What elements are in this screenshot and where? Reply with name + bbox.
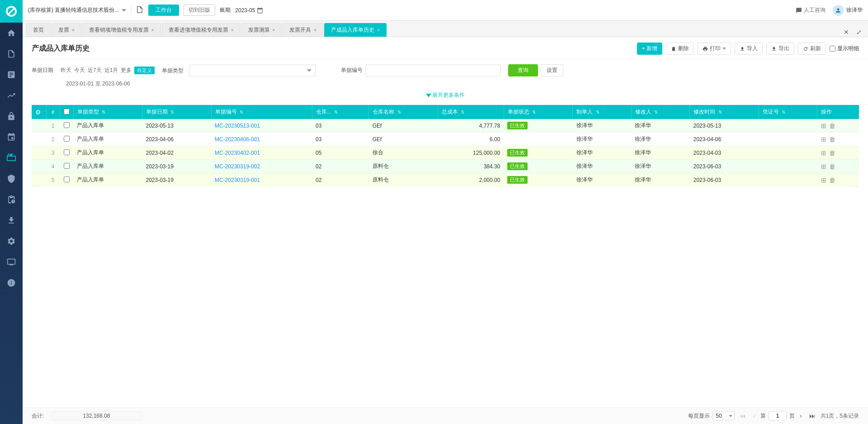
new-button[interactable]: + 新增 <box>637 43 662 55</box>
doc-no-link[interactable]: MC-20230319-002 <box>215 163 260 170</box>
row-delete-icon[interactable]: 🗑 <box>829 149 835 157</box>
row-edit-icon[interactable]: ⊞ <box>821 176 826 184</box>
row-delete-icon[interactable]: 🗑 <box>829 122 835 129</box>
sidebar-item-inventory[interactable] <box>0 148 23 168</box>
tab-close-invoice[interactable]: × <box>72 28 75 33</box>
row-doc-no[interactable]: MC-20230319-001 <box>211 173 312 187</box>
th-modifier[interactable]: 修改人 <box>631 105 689 119</box>
import-button[interactable]: 导入 <box>735 43 763 55</box>
tab-purchase-vat[interactable]: 查看进项增值税专用发票 × <box>162 23 241 37</box>
doc-no-link[interactable]: MC-20230513-001 <box>215 123 260 129</box>
row-edit-icon[interactable]: ⊞ <box>821 136 826 143</box>
row-doc-no[interactable]: MC-20230406-001 <box>211 133 312 146</box>
th-settings[interactable]: ⚙ <box>32 105 46 119</box>
row-checkbox-cell[interactable] <box>60 146 73 160</box>
tab-close-invoice-calc[interactable]: × <box>273 28 275 33</box>
user-menu[interactable]: 徐泽华 <box>833 5 863 16</box>
tab-invoice[interactable]: 发票 × <box>52 23 81 37</box>
row-delete-icon[interactable]: 🗑 <box>829 176 835 184</box>
sidebar-item-home[interactable] <box>0 23 23 43</box>
doc-no-link[interactable]: MC-20230319-001 <box>215 177 260 183</box>
date-7days[interactable]: 近7天 <box>88 67 102 74</box>
row-edit-icon[interactable]: ⊞ <box>821 122 826 129</box>
refresh-button[interactable]: 刷新 <box>798 43 826 55</box>
tab-close-sales-vat[interactable]: × <box>151 28 154 33</box>
th-doc-date[interactable]: 单据日期 <box>142 105 212 119</box>
doc-no-link[interactable]: MC-20230406-001 <box>215 136 260 143</box>
company-selector[interactable]: (库存核算) 直播轻纯通信息技术股份... <box>28 6 126 14</box>
page-input[interactable] <box>769 411 787 420</box>
sidebar-item-reports[interactable] <box>0 64 23 85</box>
th-total-cost[interactable]: 总成本 <box>438 105 504 119</box>
th-doc-status[interactable]: 单据状态 <box>504 105 573 119</box>
sidebar-item-stamp[interactable] <box>0 168 23 189</box>
tab-invoice-calc[interactable]: 发票测算 × <box>241 23 282 37</box>
prev-page-button[interactable]: ‹ <box>751 411 758 420</box>
tab-invoice-issue[interactable]: 发票开具 × <box>283 23 323 37</box>
sidebar-item-media[interactable] <box>0 252 23 272</box>
row-checkbox-cell[interactable] <box>60 160 73 173</box>
row-checkbox[interactable] <box>64 176 70 182</box>
sidebar-item-download[interactable] <box>0 210 23 231</box>
row-checkbox[interactable] <box>64 149 70 155</box>
sidebar-item-org[interactable] <box>0 127 23 148</box>
date-more[interactable]: 更多 <box>121 67 132 74</box>
row-delete-icon[interactable]: 🗑 <box>829 163 835 170</box>
show-detail-label[interactable]: 显示明细 <box>830 45 859 52</box>
calendar-icon[interactable] <box>257 7 263 14</box>
th-modify-time[interactable]: 修改时间 <box>690 105 759 119</box>
th-doc-type[interactable]: 单据类型 <box>73 105 142 119</box>
per-page-select[interactable]: 50 10 20 100 <box>712 411 735 420</box>
row-checkbox-cell[interactable] <box>60 173 73 187</box>
th-warehouse-name[interactable]: 仓库名称 <box>369 105 438 119</box>
first-page-button[interactable]: ⏮ <box>737 411 748 420</box>
expand-filter-button[interactable]: 展开更多条件 <box>426 91 465 99</box>
next-page-button[interactable]: › <box>797 411 804 420</box>
tab-close-product-stock-history[interactable]: × <box>377 28 380 33</box>
tab-close-purchase-vat[interactable]: × <box>231 28 234 33</box>
doc-template-icon[interactable] <box>136 5 144 15</box>
th-creator[interactable]: 制单人 <box>573 105 631 119</box>
date-custom[interactable]: 自定义 <box>134 67 155 74</box>
tab-home[interactable]: 首页 <box>26 23 51 37</box>
row-delete-icon[interactable]: 🗑 <box>829 136 835 143</box>
show-detail-checkbox[interactable] <box>830 46 835 52</box>
doc-no-input[interactable] <box>365 65 501 76</box>
maximize-tab-button[interactable]: ⤢ <box>854 28 863 37</box>
row-checkbox-cell[interactable] <box>60 119 73 133</box>
column-settings-icon[interactable]: ⚙ <box>35 109 41 116</box>
row-checkbox-cell[interactable] <box>60 133 73 146</box>
date-yesterday[interactable]: 昨天 <box>61 67 71 74</box>
last-page-button[interactable]: ⏭ <box>807 411 818 420</box>
row-doc-no[interactable]: MC-20230402-001 <box>211 146 312 160</box>
switch-period-button[interactable]: 切到旧版 <box>184 5 215 16</box>
row-checkbox[interactable] <box>64 136 70 142</box>
tab-product-stock-history[interactable]: 产成品入库单历史 × <box>324 23 387 37</box>
th-voucher-no[interactable]: 凭证号 <box>759 105 817 119</box>
row-doc-no[interactable]: MC-20230319-002 <box>211 160 312 173</box>
row-edit-icon[interactable]: ⊞ <box>821 149 826 157</box>
sidebar-item-analysis[interactable] <box>0 85 23 106</box>
sidebar-item-documents[interactable] <box>0 43 23 64</box>
sidebar-item-settings[interactable] <box>0 231 23 252</box>
tab-sales-vat[interactable]: 查看销项增值税专用发票 × <box>82 23 161 37</box>
export-button[interactable]: 导出 <box>766 43 794 55</box>
doc-no-link[interactable]: MC-20230402-001 <box>215 150 260 156</box>
sidebar-item-lock[interactable] <box>0 106 23 127</box>
query-button[interactable]: 查询 <box>508 64 538 76</box>
sidebar-item-version[interactable] <box>0 272 23 293</box>
close-tab-button[interactable]: ✕ <box>842 28 851 37</box>
workbench-button[interactable]: 工作台 <box>148 5 179 16</box>
row-checkbox[interactable] <box>64 163 70 169</box>
row-checkbox[interactable] <box>64 122 70 128</box>
date-1month[interactable]: 近1月 <box>104 67 118 74</box>
select-all-checkbox[interactable] <box>64 109 70 114</box>
row-edit-icon[interactable]: ⊞ <box>821 163 826 170</box>
date-today[interactable]: 今天 <box>74 67 85 74</box>
print-button[interactable]: 打印 <box>698 43 731 55</box>
tab-close-invoice-issue[interactable]: × <box>314 28 316 33</box>
delete-button[interactable]: 删除 <box>666 43 694 55</box>
sidebar-item-workflow[interactable] <box>0 189 23 210</box>
filter-setting-button[interactable]: 设置 <box>541 64 563 76</box>
th-doc-no[interactable]: 单据编号 <box>211 105 312 119</box>
